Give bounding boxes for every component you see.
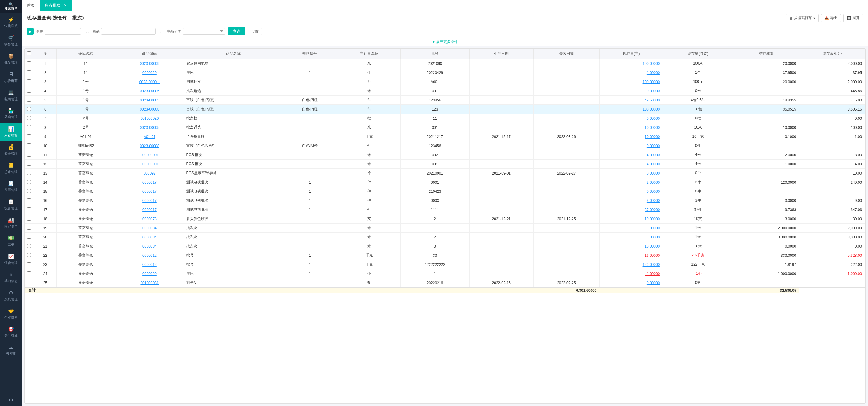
cell-unit: 个 [338,68,400,77]
cell-prod-date [469,196,533,205]
row-checkbox[interactable] [27,70,31,74]
cell-code: 0000084 [115,224,184,233]
cell-unit: 米 [338,242,400,251]
basic-info-icon: ℹ [1,271,21,278]
row-checkbox[interactable] [27,226,31,230]
cell-prod-date [469,150,533,160]
row-checkbox[interactable] [27,262,31,266]
search-btn[interactable]: 查询 [228,27,245,35]
export-btn[interactable]: 📤 导出 [821,14,841,22]
sidebar-item-ledger[interactable]: 📒 总账管理 [0,159,22,177]
cell-seq: 1 [34,59,57,68]
row-checkbox[interactable] [27,244,31,248]
warehouse-input[interactable] [44,28,81,35]
data-table-container[interactable]: 序 仓库名称 商品编码 商品名称 规格型号 主计量单位 批号 生产日期 失效日期… [24,48,866,404]
sidebar-item-basic-info[interactable]: ℹ 基础信息 [0,268,22,286]
cell-exp-date [533,269,599,278]
row-checkbox[interactable] [27,89,31,93]
row-checkbox[interactable] [27,153,31,157]
cell-seq: 14 [34,178,57,187]
cell-batch: 123 [401,105,469,114]
row-checkbox[interactable] [27,143,31,147]
row-checkbox-cell [25,278,34,288]
tab-home[interactable]: 首页 [22,0,40,11]
sidebar-item-inventory[interactable]: 📊 库存核算 [0,123,22,141]
sidebar-item-quick-nav[interactable]: ⚡ 快捷导航 [0,13,22,32]
row-checkbox[interactable] [27,116,31,120]
row-checkbox[interactable] [27,107,31,111]
cell-prod-date [469,87,533,96]
cell-code: 0000017 [115,187,184,196]
cell-unit: 米 [338,150,400,160]
cell-name: 多头异色软线 [184,214,282,224]
row-checkbox[interactable] [27,253,31,257]
sidebar-item-cloud[interactable]: ☁ 云应用 [0,341,22,360]
content-wrapper: 现存量查询(按仓库＋批次) 🖨 按编码打印 ▾ 📤 导出 🔲 展开 ▶ [22,11,868,406]
ledger-icon: 📒 [1,162,21,169]
cell-code: 0000017 [115,178,184,187]
sidebar-item-ecom[interactable]: 💻 电商管理 [0,86,22,104]
expand-conditions-btn[interactable]: ▼ 展开更多条件 [432,39,458,44]
row-checkbox[interactable] [27,162,31,166]
cell-unit: 米 [338,59,400,68]
sidebar-item-invoice[interactable]: 🧾 发票管理 [0,177,22,196]
table-row: 4 1号 0023-00005 批次适选 米 001 0.00000 0米 44… [25,87,865,96]
row-checkbox[interactable] [27,207,31,211]
row-checkbox[interactable] [27,271,31,275]
cell-name: 批次适选 [184,87,282,96]
filter-arrow-btn[interactable]: ▶ [27,28,34,35]
print-by-code-btn[interactable]: 🖨 按编码打印 ▾ [786,14,818,22]
filter-dots-1: ... [84,29,90,34]
sidebar-item-small-ecom[interactable]: 🖥 小验电商 [0,68,22,86]
tab-close-icon[interactable]: ✕ [64,3,67,8]
sidebar-item-retail[interactable]: 🛒 零售管理 [0,32,22,50]
select-all-checkbox[interactable] [27,52,31,56]
tab-inventory-batch[interactable]: 库存批次 ✕ [40,0,72,11]
cell-amount: 716.00 [799,96,865,105]
sidebar-item-purchase[interactable]: 🏪 采购管理 [0,104,22,123]
cell-batch: 123456 [401,141,469,150]
cell-qty-main: 10.00000 [599,214,663,224]
cell-warehouse: 薔蔷综仓 [57,196,115,205]
filter-settings-btn[interactable]: 设置 [248,28,262,35]
product-input[interactable] [101,28,156,35]
row-checkbox[interactable] [27,280,31,284]
row-checkbox[interactable] [27,180,31,184]
cell-spec [282,233,338,242]
row-checkbox[interactable] [27,125,31,129]
sidebar-search[interactable]: 🔍 搜索菜单 [0,0,22,13]
cell-qty-main: 0.00000 [599,187,663,196]
sidebar-item-collab[interactable]: 🤝 企业协同 [0,305,22,323]
row-checkbox[interactable] [27,171,31,175]
category-select[interactable] [183,28,225,35]
sidebar-item-wholesale[interactable]: 📦 批发管理 [0,50,22,68]
row-checkbox[interactable] [27,198,31,202]
cell-spec: 白色/闷橙 [282,96,338,105]
table-row: 25 薔蔷综仓 001000031 斟份A 瓶 20220216 2022-02… [25,278,865,288]
row-checkbox[interactable] [27,134,31,138]
row-checkbox[interactable] [27,235,31,239]
cell-name: 批号 [184,260,282,269]
sidebar-item-tax[interactable]: 📋 税务管理 [0,196,22,214]
cell-qty-main: 1.00000 [599,233,663,242]
cell-exp-date [533,233,599,242]
sidebar-item-fixed-assets[interactable]: 🏭 固定资产 [0,214,22,232]
row-checkbox[interactable] [27,216,31,221]
ecom-icon: 💻 [1,89,21,96]
cell-unit: 千克 [338,132,400,141]
sidebar-item-finance[interactable]: 💰 资金管理 [0,141,22,159]
sidebar-item-payroll[interactable]: 💵 工资 [0,232,22,250]
sidebar-item-operations[interactable]: 📈 经营管理 [0,250,22,268]
row-checkbox[interactable] [27,189,31,193]
cell-qty-pack: 0瓶 [663,278,733,288]
row-checkbox[interactable] [27,98,31,102]
row-checkbox-cell [25,269,34,278]
cell-qty-main: 1.00000 [599,68,663,77]
sidebar-item-sys-mgmt[interactable]: ⚙ 系统管理 [0,286,22,305]
sidebar-settings-btn[interactable]: ⚙ [0,394,22,406]
tax-icon: 📋 [1,199,21,205]
row-checkbox[interactable] [27,79,31,83]
sidebar-item-guide[interactable]: 🎯 新手引导 [0,323,22,341]
expand-btn[interactable]: 🔲 展开 [843,14,863,22]
row-checkbox[interactable] [27,61,31,65]
